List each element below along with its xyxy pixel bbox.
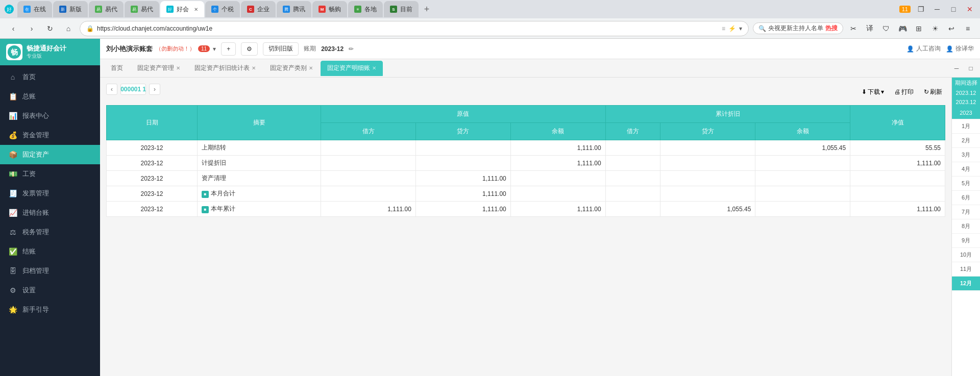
period-month-4[interactable]: 4月 [952, 162, 980, 177]
tab-detail-close-icon[interactable]: ✕ [372, 65, 376, 71]
tab-close-icon[interactable]: ✕ [194, 7, 198, 12]
brightness-icon[interactable]: ☀ [929, 22, 941, 35]
browser-tab-muqian[interactable]: S 目前 [384, 1, 419, 17]
browser-tab-geshui[interactable]: 个 个税 [205, 1, 240, 17]
url-dropdown-icon[interactable]: ▾ [739, 25, 742, 32]
sidebar-item-funds[interactable]: 💰 资金管理 [0, 126, 100, 145]
minimize-window-button[interactable]: ─ [931, 3, 943, 15]
sidebar-label-ledger: 总账 [22, 92, 36, 101]
browser-tab-online[interactable]: 在 在线 [17, 1, 52, 17]
sidebar-item-tax[interactable]: ⚖ 税务管理 [0, 222, 100, 242]
refresh-data-button[interactable]: ↻ 刷新 [921, 87, 945, 97]
sidebar-item-home[interactable]: ⌂ 首页 [0, 67, 100, 87]
sidebar-item-guide[interactable]: 🌟 新手引导 [0, 300, 100, 319]
tab-category-close-icon[interactable]: ✕ [309, 65, 313, 71]
account-dropdown-icon[interactable]: ▾ [213, 45, 216, 53]
add-account-button[interactable]: + [221, 42, 236, 56]
logo-icon: 畅 [6, 44, 22, 60]
print-button[interactable]: 🖨 打印 [891, 87, 917, 97]
new-tab-button[interactable]: + [420, 2, 434, 16]
scissors-icon[interactable]: ✂ [847, 22, 860, 35]
period-month-1[interactable]: 1月 [952, 119, 980, 134]
url-input[interactable]: 🔒 https://cloud.chanjet.com/accounting/u… [80, 21, 749, 36]
cell-depr-balance [755, 156, 850, 171]
shield-icon[interactable]: 🛡 [880, 22, 892, 35]
content-maximize-button[interactable]: □ [966, 63, 976, 73]
cell-summary: 计提折旧 [198, 156, 321, 171]
switch-version-button[interactable]: 切到旧版 [263, 42, 299, 56]
sidebar-label-reports: 报表中心 [22, 111, 49, 120]
settings-small-button[interactable]: ⚙ [241, 42, 258, 56]
cell-depr-debit [605, 140, 660, 156]
sidebar-item-stock[interactable]: 📈 进销台账 [0, 203, 100, 222]
browser-tab-qiye[interactable]: C 企业 [241, 1, 276, 17]
browser-tab-yidai1[interactable]: 易 易代 [89, 1, 124, 17]
tab-category-label: 固定资产类别 [270, 64, 307, 72]
undo-icon[interactable]: ↩ [945, 22, 958, 35]
period-month-2[interactable]: 2月 [952, 134, 980, 148]
prev-page-button[interactable]: ‹ [106, 84, 117, 95]
restore-window-button[interactable]: ❐ [915, 3, 927, 15]
back-button[interactable]: ‹ [6, 21, 20, 36]
user-button[interactable]: 👤 徐译华 [946, 44, 974, 53]
ledger-icon: 📋 [8, 92, 17, 101]
period-month-10[interactable]: 10月 [952, 248, 980, 262]
close-window-button[interactable]: ✕ [964, 3, 976, 15]
browser-tab-new[interactable]: 新 新版 [53, 1, 88, 17]
refresh-button[interactable]: ↻ [43, 21, 57, 36]
period-year[interactable]: 2023 [952, 107, 980, 119]
next-page-button[interactable]: › [149, 84, 160, 95]
account-badge: 11 [198, 45, 210, 52]
content-minimize-button[interactable]: ─ [951, 63, 962, 73]
header-depr-debit: 借方 [605, 123, 660, 140]
edit-period-icon[interactable]: ✏ [349, 45, 354, 53]
svg-text:畅: 畅 [11, 48, 18, 56]
period-month-3[interactable]: 3月 [952, 148, 980, 162]
browser-tab-yidai2[interactable]: 易 易代 [125, 1, 159, 17]
menu-icon[interactable]: ≡ [962, 22, 974, 35]
tab-home-label: 首页 [111, 64, 123, 72]
sidebar-item-fixed-assets[interactable]: 📦 固定资产 [0, 145, 100, 164]
download-button[interactable]: ⬇ 下载 ▾ [859, 87, 887, 97]
sidebar-item-invoice[interactable]: 🧾 发票管理 [0, 184, 100, 203]
maximize-window-button[interactable]: □ [947, 3, 960, 15]
grid-icon[interactable]: ⊞ [913, 22, 925, 35]
tab-depreciation-close-icon[interactable]: ✕ [252, 65, 256, 71]
sidebar-item-reports[interactable]: 📊 报表中心 [0, 106, 100, 126]
cell-orig-credit [415, 156, 510, 171]
period-month-12[interactable]: 12月 [952, 277, 980, 291]
forward-button[interactable]: › [24, 21, 39, 36]
home-nav-button[interactable]: ⌂ [61, 21, 76, 36]
period-month-11[interactable]: 11月 [952, 262, 980, 277]
period-month-5[interactable]: 5月 [952, 177, 980, 191]
search-box[interactable]: 🔍 央视更新主持人名单 热搜 [753, 22, 843, 34]
cell-date: 2023-12 [107, 156, 198, 171]
consult-button[interactable]: 👤 人工咨询 [906, 44, 941, 53]
period-month-7[interactable]: 7月 [952, 205, 980, 219]
browser-tab-gedi[interactable]: ≡ 各地 [348, 1, 383, 17]
tab-fixed-mgmt[interactable]: 固定资产管理 ✕ [131, 61, 187, 76]
browser-tab-chang[interactable]: M 畅购 [312, 1, 347, 17]
tab-depreciation-label: 固定资产折旧统计表 [194, 64, 250, 72]
tab-category[interactable]: 固定资产类别 ✕ [263, 61, 320, 76]
period-month-9[interactable]: 9月 [952, 234, 980, 248]
gamepad-icon[interactable]: 🎮 [896, 22, 909, 35]
period-month-6[interactable]: 6月 [952, 191, 980, 205]
sidebar-item-settings[interactable]: ⚙ 设置 [0, 281, 100, 300]
sidebar-item-ledger[interactable]: 📋 总账 [0, 87, 100, 106]
tab-fixed-mgmt-close-icon[interactable]: ✕ [176, 65, 180, 71]
cell-depr-credit [660, 140, 755, 156]
tab-depreciation[interactable]: 固定资产折旧统计表 ✕ [188, 61, 262, 76]
period-month-8[interactable]: 8月 [952, 219, 980, 234]
sidebar-item-salary[interactable]: 💵 工资 [0, 164, 100, 184]
browser-tab-haokuai[interactable]: 好 好会 ✕ [160, 1, 204, 17]
translate-icon[interactable]: 译 [864, 22, 876, 35]
sidebar-item-archive[interactable]: 🗄 归档管理 [0, 261, 100, 281]
sidebar-item-checkout[interactable]: ✅ 结账 [0, 242, 100, 261]
sidebar-menu: ⌂ 首页 📋 总账 📊 报表中心 💰 资金管理 📦 固定资产 💵 工资 [0, 65, 100, 376]
tab-home[interactable]: 首页 [104, 61, 130, 76]
tab-detail[interactable]: 固定资产明细账 ✕ [321, 61, 383, 76]
lightning-icon: ⚡ [728, 25, 736, 32]
sidebar-label-guide: 新手引导 [22, 305, 49, 314]
browser-tab-tencent[interactable]: 腾 腾讯 [277, 1, 311, 17]
